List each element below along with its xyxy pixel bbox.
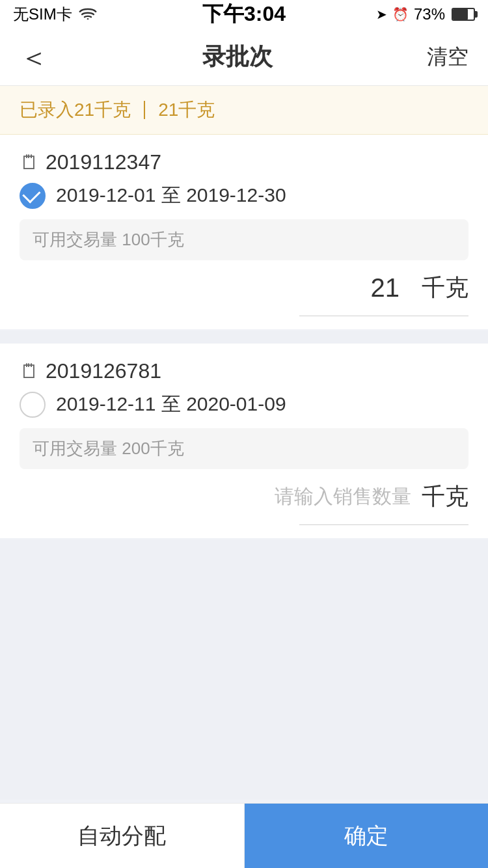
clear-button[interactable]: 清空 (427, 43, 468, 72)
battery-icon (452, 8, 475, 21)
batch-1-qty-value: 21 (371, 273, 400, 303)
info-banner-divider (144, 101, 145, 119)
batch-2-bottom-padding (0, 525, 488, 538)
batch-card-1-content: 🗒 2019112347 2019-12-01 至 2019-12-30 可用交… (0, 135, 488, 260)
footer: 自动分配 确定 (0, 803, 488, 868)
batch-1-qty-row: 21 千克 (0, 260, 488, 316)
info-banner-label: 已录入21千克 (20, 98, 131, 122)
batch-1-id: 2019112347 (46, 150, 161, 174)
batch-1-id-row: 🗒 2019112347 (20, 150, 468, 174)
info-banner-value: 21千克 (158, 98, 215, 122)
batch-card-2-content: 🗒 2019126781 2019-12-11 至 2020-01-09 可用交… (0, 344, 488, 469)
batch-1-date-row[interactable]: 2019-12-01 至 2019-12-30 (20, 182, 468, 209)
back-button[interactable]: ＜ (20, 43, 48, 72)
batch-2-radio[interactable] (20, 392, 46, 418)
batch-2-input-placeholder: 请输入销售数量 (275, 483, 411, 510)
main-content: 已录入21千克 21千克 🗒 2019112347 2019-12-01 至 2… (0, 86, 488, 865)
batch-card-2: 🗒 2019126781 2019-12-11 至 2020-01-09 可用交… (0, 344, 488, 538)
batch-2-doc-icon: 🗒 (20, 360, 39, 383)
status-left: 无SIM卡 (13, 4, 97, 25)
status-right: ➤ ⏰ 73% (376, 5, 475, 23)
batch-1-doc-icon: 🗒 (20, 152, 39, 174)
batch-2-input-row[interactable]: 请输入销售数量 千克 (0, 469, 488, 524)
batch-2-id-row: 🗒 2019126781 (20, 359, 468, 383)
section-divider (0, 331, 488, 344)
batch-1-bottom-padding (0, 316, 488, 329)
alarm-icon: ⏰ (392, 7, 409, 22)
battery-text: 73% (414, 5, 445, 23)
confirm-label: 确定 (344, 821, 388, 851)
info-banner: 已录入21千克 21千克 (0, 86, 488, 135)
status-bar: 无SIM卡 下午3:04 ➤ ⏰ 73% (0, 0, 488, 29)
svg-point-0 (87, 18, 88, 20)
batch-1-available-qty: 可用交易量 100千克 (20, 219, 468, 260)
batch-1-date: 2019-12-01 至 2019-12-30 (56, 182, 286, 209)
batch-2-input-unit: 千克 (422, 481, 468, 513)
auto-distribute-label: 自动分配 (77, 821, 166, 851)
page-title: 录批次 (202, 41, 273, 73)
status-time: 下午3:04 (202, 0, 286, 29)
carrier-text: 无SIM卡 (13, 4, 72, 25)
confirm-button[interactable]: 确定 (245, 804, 489, 868)
location-icon: ➤ (376, 7, 387, 22)
auto-distribute-button[interactable]: 自动分配 (0, 804, 245, 868)
batch-1-radio[interactable] (20, 183, 46, 209)
wifi-icon (79, 5, 97, 23)
batch-card-1: 🗒 2019112347 2019-12-01 至 2019-12-30 可用交… (0, 135, 488, 329)
batch-2-id: 2019126781 (46, 359, 161, 383)
batch-1-qty-unit: 千克 (422, 272, 468, 304)
bottom-spacer (0, 539, 488, 800)
batch-2-date-row[interactable]: 2019-12-11 至 2020-01-09 (20, 391, 468, 418)
batch-2-available-qty: 可用交易量 200千克 (20, 428, 468, 469)
nav-bar: ＜ 录批次 清空 (0, 29, 488, 86)
batch-2-date: 2019-12-11 至 2020-01-09 (56, 391, 286, 418)
